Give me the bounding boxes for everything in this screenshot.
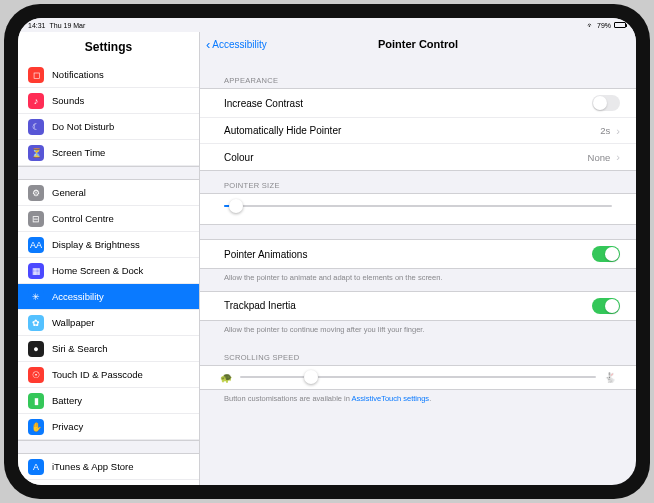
row-pointer-animations[interactable]: Pointer Animations — [200, 240, 636, 268]
sidebar-item-label: Do Not Disturb — [52, 121, 114, 132]
toggle-trackpad-inertia[interactable] — [592, 298, 620, 314]
app-icon: ◻︎ — [28, 67, 44, 83]
row-trackpad-inertia[interactable]: Trackpad Inertia — [200, 292, 636, 320]
sidebar-item-wallpaper[interactable]: ✿Wallpaper — [18, 310, 199, 336]
section-label-appearance: APPEARANCE — [200, 66, 636, 88]
app-icon: ⏳ — [28, 145, 44, 161]
footer-trackpad-inertia: Allow the pointer to continue moving aft… — [200, 321, 636, 343]
status-date: Thu 19 Mar — [50, 22, 86, 29]
app-icon: ☾ — [28, 119, 44, 135]
status-time: 14:31 — [28, 22, 46, 29]
main-header: ‹ Accessibility Pointer Control — [200, 32, 636, 56]
main-panel: ‹ Accessibility Pointer Control APPEARAN… — [200, 32, 636, 485]
screen: 14:31 Thu 19 Mar ᯤ 79% Settings ◻︎Notifi… — [18, 18, 636, 485]
row-label: Trackpad Inertia — [224, 300, 296, 311]
status-bar: 14:31 Thu 19 Mar ᯤ 79% — [18, 18, 636, 32]
app-icon: ✿ — [28, 315, 44, 331]
tortoise-icon: 🐢 — [220, 372, 232, 383]
toggle-increase-contrast[interactable] — [592, 95, 620, 111]
app-icon: ♪ — [28, 93, 44, 109]
sidebar-item-label: iTunes & App Store — [52, 461, 134, 472]
back-label: Accessibility — [212, 39, 266, 50]
sidebar-item-label: Accessibility — [52, 291, 104, 302]
assistivetouch-link[interactable]: AssistiveTouch settings — [352, 394, 430, 403]
row-label: Automatically Hide Pointer — [224, 125, 341, 136]
app-icon: ⚙︎ — [28, 185, 44, 201]
sidebar-item-label: Notifications — [52, 69, 104, 80]
sidebar-item-accessibility[interactable]: ✳︎Accessibility — [18, 284, 199, 310]
battery-icon — [614, 22, 626, 28]
sidebar-item-touch-id-passcode[interactable]: ☉Touch ID & Passcode — [18, 362, 199, 388]
footer-pointer-animations: Allow the pointer to animate and adapt t… — [200, 269, 636, 291]
sidebar: Settings ◻︎Notifications♪Sounds☾Do Not D… — [18, 32, 200, 485]
sidebar-item-label: Control Centre — [52, 213, 114, 224]
toggle-pointer-animations[interactable] — [592, 246, 620, 262]
wifi-icon: ᯤ — [587, 22, 594, 29]
sidebar-item-control-centre[interactable]: ⊟Control Centre — [18, 206, 199, 232]
row-colour[interactable]: Colour None › — [200, 144, 636, 170]
row-auto-hide-pointer[interactable]: Automatically Hide Pointer 2s › — [200, 118, 636, 144]
sidebar-item-label: Screen Time — [52, 147, 105, 158]
sidebar-item-home-screen-dock[interactable]: ▦Home Screen & Dock — [18, 258, 199, 284]
sidebar-title: Settings — [18, 32, 199, 62]
slider-thumb[interactable] — [304, 370, 318, 384]
sidebar-item-do-not-disturb[interactable]: ☾Do Not Disturb — [18, 114, 199, 140]
app-icon: ▦ — [28, 263, 44, 279]
app-icon: ✋ — [28, 419, 44, 435]
sidebar-item-siri-search[interactable]: ●Siri & Search — [18, 336, 199, 362]
row-label: Colour — [224, 152, 253, 163]
section-label-scrolling-speed: SCROLLING SPEED — [200, 343, 636, 365]
sidebar-item-sounds[interactable]: ♪Sounds — [18, 88, 199, 114]
app-icon: ● — [28, 341, 44, 357]
sidebar-item-label: Wallpaper — [52, 317, 94, 328]
sidebar-item-itunes-app-store[interactable]: AiTunes & App Store — [18, 454, 199, 480]
sidebar-item-label: Sounds — [52, 95, 84, 106]
app-icon: AA — [28, 237, 44, 253]
sidebar-item-label: Privacy — [52, 421, 83, 432]
sidebar-item-notifications[interactable]: ◻︎Notifications — [18, 62, 199, 88]
sidebar-item-label: Touch ID & Passcode — [52, 369, 143, 380]
app-icon: ⊟ — [28, 211, 44, 227]
chevron-left-icon: ‹ — [206, 38, 210, 51]
app-icon: ▭ — [28, 485, 44, 486]
row-value: None — [588, 152, 611, 163]
page-title: Pointer Control — [378, 38, 458, 50]
sidebar-item-display-brightness[interactable]: AADisplay & Brightness — [18, 232, 199, 258]
sidebar-item-label: Battery — [52, 395, 82, 406]
battery-pct: 79% — [597, 22, 611, 29]
app-icon: ☉ — [28, 367, 44, 383]
slider-scrolling-speed[interactable]: 🐢 🐇 — [200, 365, 636, 390]
footer-assistivetouch: Button customisations are available in A… — [200, 390, 636, 412]
chevron-right-icon: › — [616, 125, 620, 137]
row-label: Increase Contrast — [224, 98, 303, 109]
section-label-pointer-size: POINTER SIZE — [200, 171, 636, 193]
sidebar-item-label: Display & Brightness — [52, 239, 140, 250]
sidebar-item-general[interactable]: ⚙︎General — [18, 180, 199, 206]
sidebar-item-label: Siri & Search — [52, 343, 107, 354]
row-value: 2s — [600, 125, 610, 136]
device-frame: 14:31 Thu 19 Mar ᯤ 79% Settings ◻︎Notifi… — [4, 4, 650, 499]
sidebar-item-privacy[interactable]: ✋Privacy — [18, 414, 199, 440]
app-icon: ✳︎ — [28, 289, 44, 305]
row-label: Pointer Animations — [224, 249, 307, 260]
slider-pointer-size[interactable] — [200, 193, 636, 225]
hare-icon: 🐇 — [604, 372, 616, 383]
sidebar-item-screen-time[interactable]: ⏳Screen Time — [18, 140, 199, 166]
sidebar-item-wallet-apple-pay[interactable]: ▭Wallet & Apple Pay — [18, 480, 199, 485]
chevron-right-icon: › — [616, 151, 620, 163]
app-icon: ▮ — [28, 393, 44, 409]
sidebar-item-label: General — [52, 187, 86, 198]
back-button[interactable]: ‹ Accessibility — [206, 38, 267, 51]
sidebar-groups: ◻︎Notifications♪Sounds☾Do Not Disturb⏳Sc… — [18, 62, 199, 485]
app-icon: A — [28, 459, 44, 475]
slider-thumb[interactable] — [229, 199, 243, 213]
sidebar-item-label: Home Screen & Dock — [52, 265, 143, 276]
row-increase-contrast[interactable]: Increase Contrast — [200, 89, 636, 118]
sidebar-item-battery[interactable]: ▮Battery — [18, 388, 199, 414]
